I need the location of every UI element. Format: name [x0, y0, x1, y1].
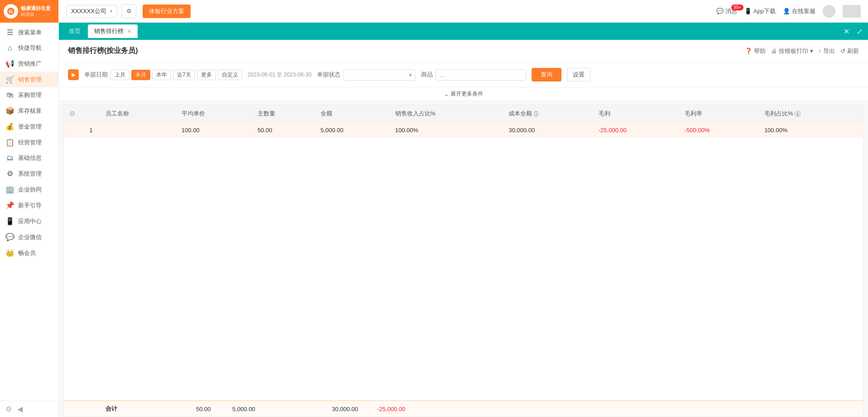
topbar: XXXXXX公司 ▾ ⚙ 体验行业方案 💬 消息 99+ 📱 App下载 👤 在… [59, 0, 868, 23]
quick-nav-icon: ⌂ [5, 44, 14, 52]
status-select-wrapper [343, 69, 416, 81]
message-badge: 99+ [731, 5, 743, 10]
cell-avg-price: 100.00 [176, 123, 252, 138]
date-btn-current-month[interactable]: 本月 [131, 70, 150, 80]
svg-text:畅: 畅 [9, 9, 13, 14]
user-avatar[interactable] [823, 5, 835, 18]
col-settings[interactable]: ⚙ [64, 105, 82, 123]
refresh-button[interactable]: ↺ 刷新 [840, 47, 859, 55]
sidebar-item-member[interactable]: 👑 畅会员 [0, 245, 58, 261]
sidebar-item-app-center[interactable]: 📱 应用中心 [0, 213, 58, 229]
cell-gross: -25,000.00 [593, 123, 679, 138]
logo-sub: 标准版 [21, 11, 51, 18]
company-dropdown-arrow: ▾ [110, 9, 112, 14]
online-service-label: 在线客服 [792, 7, 815, 15]
footer-amount: 5,000.00 [227, 406, 272, 412]
goods-input[interactable] [436, 69, 526, 81]
sidebar-item-label: 营销推广 [18, 60, 42, 68]
footer-cost: 30,000.00 [326, 406, 372, 412]
sidebar-item-operations[interactable]: 📋 经营管理 [0, 134, 58, 150]
tab-sales-rank-label: 销售排行榜 [94, 27, 124, 35]
table-row: 1 100.00 50.00 5,000.00 100.00% 30,000.0… [64, 123, 863, 138]
message-icon: 💬 [716, 8, 724, 14]
print-icon: 🖨 [771, 48, 777, 54]
sidebar-item-sales[interactable]: 🛒 销售管理 [0, 72, 58, 87]
sidebar-settings-btn[interactable]: ⚙ [5, 405, 12, 413]
sidebar-item-label: 系统管理 [18, 170, 42, 178]
sales-icon: 🛒 [5, 75, 14, 84]
date-btn-current-year[interactable]: 本年 [152, 70, 171, 80]
sidebar-item-purchase[interactable]: 🛍 采购管理 [0, 87, 58, 103]
expand-row: ⌄ 展开更多条件 [59, 87, 868, 101]
sidebar-logo: 畅 畅康通好生意 标准版 [0, 0, 58, 23]
sidebar-item-enterprise-wechat[interactable]: 💬 企业微信 [0, 229, 58, 245]
tab-close-icon[interactable]: ✕ [127, 29, 131, 34]
page-header: 销售排行榜(按业务员) ❓ 帮助 🖨 按模板打印 ▾ ↑ 导出 ↺ 刷新 [59, 40, 868, 62]
export-icon: ↑ [819, 48, 822, 54]
table-scroll: ⚙ 员工名称 平均单价 主数量 全额 销售收入占比% 成本全额 i 毛利 毛利率… [64, 105, 863, 400]
sidebar-item-system[interactable]: ⚙ 系统管理 [0, 166, 58, 182]
enterprise-collab-icon: 🏢 [5, 185, 14, 194]
gross-pct-info-icon: s [795, 111, 801, 117]
footer-label: 合计 [100, 405, 154, 413]
expand-more-button[interactable]: ⌄ 展开更多条件 [444, 90, 483, 98]
filter-bar: ▶ 单据日期 上月 本月 本年 近7天 更多 自定义 2023-06-01 至 … [59, 62, 868, 87]
company-selector[interactable]: XXXXXX公司 ▾ [66, 5, 117, 18]
sidebar-item-quick-nav[interactable]: ⌂ 快捷导航 [0, 40, 58, 56]
date-btn-custom[interactable]: 自定义 [218, 70, 242, 80]
topbar-gear-button[interactable]: ⚙ [122, 4, 136, 19]
sidebar-item-label: 畅会员 [18, 249, 36, 257]
sidebar-item-search-order[interactable]: ☰ 搜索菜单 [0, 24, 58, 40]
sidebar-item-label: 搜索菜单 [18, 29, 42, 37]
status-filter-label: 单据状态 [317, 71, 340, 79]
page-actions: ❓ 帮助 🖨 按模板打印 ▾ ↑ 导出 ↺ 刷新 [745, 47, 859, 62]
query-button[interactable]: 查询 [532, 68, 561, 81]
sidebar-item-label: 库存核算 [18, 107, 42, 115]
sidebar-item-beginner[interactable]: 📌 新手引导 [0, 197, 58, 213]
trial-button[interactable]: 体验行业方案 [143, 5, 191, 18]
sidebar-item-marketing[interactable]: 📢 营销推广 [0, 56, 58, 72]
sidebar-item-label: 销售管理 [18, 76, 42, 84]
col-avg-price: 平均单价 [176, 105, 252, 123]
tab-fullscreen-icon[interactable]: ⤢ [855, 26, 864, 37]
tabbar: 首页 销售排行榜 ✕ ✕ ⤢ [59, 23, 868, 40]
app-download-button[interactable]: 📱 App下载 [744, 7, 776, 15]
cell-amount: 5,000.00 [315, 123, 390, 138]
date-btn-more[interactable]: 更多 [197, 70, 216, 80]
filter-expand-arrow[interactable]: ▶ [68, 69, 79, 80]
sidebar-item-enterprise-collab[interactable]: 🏢 企业协同 [0, 182, 58, 197]
help-button[interactable]: ❓ 帮助 [745, 47, 766, 55]
tab-close-window-icon[interactable]: ✕ [842, 26, 851, 37]
tab-sales-rank[interactable]: 销售排行榜 ✕ [88, 24, 138, 38]
content-area: 销售排行榜(按业务员) ❓ 帮助 🖨 按模板打印 ▾ ↑ 导出 ↺ 刷新 [59, 40, 868, 417]
operations-icon: 📋 [5, 138, 14, 147]
export-button[interactable]: ↑ 导出 [819, 47, 835, 55]
col-settings-icon[interactable]: ⚙ [69, 110, 75, 117]
marketing-icon: 📢 [5, 59, 14, 68]
sidebar-item-inventory[interactable]: 📦 库存核算 [0, 103, 58, 119]
topbar-right: 💬 消息 99+ 📱 App下载 👤 在线客服 [716, 5, 861, 18]
logo-icon: 畅 [4, 4, 18, 19]
footer-gross: -25,000.00 [372, 406, 417, 412]
sidebar-item-label: 企业协同 [18, 186, 42, 194]
col-gross-pct: 毛利占比% s [759, 105, 863, 123]
template-print-button[interactable]: 🖨 按模板打印 ▾ [771, 47, 813, 55]
sidebar-nav: ☰ 搜索菜单 ⌂ 快捷导航 📢 营销推广 🛒 销售管理 🛍 采购管理 📦 库存核… [0, 23, 58, 401]
cell-gross-pct: 100.00% [759, 123, 863, 138]
sidebar-collapse-btn[interactable]: ◀ [17, 405, 23, 413]
table-header-row: ⚙ 员工名称 平均单价 主数量 全额 销售收入占比% 成本全额 i 毛利 毛利率… [64, 105, 863, 123]
date-filter-label: 单据日期 [84, 71, 108, 79]
message-button[interactable]: 💬 消息 99+ [716, 7, 737, 15]
date-btn-7days[interactable]: 近7天 [173, 70, 195, 80]
setting-button[interactable]: 设置 [567, 68, 590, 81]
sidebar-item-label: 基础信息 [18, 154, 42, 162]
col-gross: 毛利 [593, 105, 679, 123]
sidebar-item-finance[interactable]: 💰 资金管理 [0, 119, 58, 134]
online-service-button[interactable]: 👤 在线客服 [783, 7, 815, 15]
tab-home[interactable]: 首页 [62, 24, 87, 38]
date-btn-last-month[interactable]: 上月 [110, 70, 129, 80]
status-select[interactable] [343, 69, 416, 81]
refresh-icon: ↺ [840, 48, 845, 54]
cell-rank: 1 [82, 123, 100, 138]
sidebar-item-basics[interactable]: 🗂 基础信息 [0, 150, 58, 166]
